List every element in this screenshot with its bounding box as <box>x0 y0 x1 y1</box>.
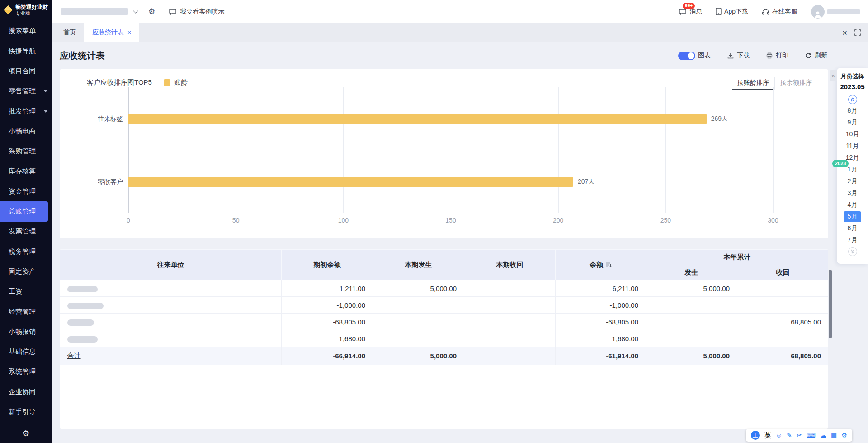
month-item[interactable]: 7月 <box>837 234 868 246</box>
legend-item-aging[interactable]: 账龄 <box>164 78 188 87</box>
tab[interactable]: 应收统计表× <box>84 23 139 42</box>
sidebar-item[interactable]: 发票管理 <box>0 222 52 242</box>
sort-by-balance-tab[interactable]: 按余额排序 <box>774 77 817 90</box>
sidebar-item[interactable]: 库存核算 <box>0 162 52 181</box>
fullscreen-icon[interactable] <box>854 29 861 36</box>
tab[interactable]: 首页 <box>55 23 84 42</box>
table-cell: 1,680.00 <box>556 330 646 347</box>
month-item[interactable]: 11月 <box>837 140 868 152</box>
month-item-selected[interactable]: 5月 <box>837 211 868 223</box>
table-cell: -1,000.00 <box>282 297 373 314</box>
download-button[interactable]: 下载 <box>727 52 750 60</box>
table-cell <box>737 297 829 314</box>
month-item-label: 9月 <box>848 119 858 127</box>
brand-subtitle: 专业版 <box>15 10 48 17</box>
legend-series-label: 账龄 <box>174 78 188 87</box>
close-icon[interactable]: × <box>842 29 847 37</box>
category-label: 零散客户 <box>60 178 123 186</box>
party-cell <box>60 297 282 314</box>
cloud-icon[interactable]: ☁ <box>820 432 826 438</box>
sidebar-item[interactable]: 税务管理 <box>0 242 52 262</box>
scroll-up-button[interactable] <box>837 94 868 105</box>
sidebar-item[interactable]: 小畅电商 <box>0 121 52 141</box>
bar-value-label: 207天 <box>578 178 594 186</box>
chart-toggle[interactable] <box>678 52 695 60</box>
online-support-button[interactable]: 在线客服 <box>762 8 797 16</box>
table-row[interactable]: -1,000.00-1,000.00 <box>60 297 829 314</box>
sidebar-item[interactable]: 新手引导 <box>0 402 52 422</box>
page-toolbar: 图表 下载 打印 刷新 <box>678 52 827 60</box>
sidebar-item[interactable]: 项目合同 <box>0 61 52 81</box>
sidebar-item[interactable]: 批发管理 <box>0 101 52 121</box>
total-label-link[interactable]: 合计 <box>67 352 81 359</box>
sidebar-item[interactable]: 固定资产 <box>0 262 52 281</box>
sidebar-item[interactable]: 企业协同 <box>0 382 52 402</box>
sidebar-item-label: 新手引导 <box>9 408 36 416</box>
month-item[interactable]: 8月 <box>837 105 868 117</box>
scissors-icon[interactable]: ✂ <box>797 432 802 438</box>
pen-icon[interactable]: ✎ <box>787 432 792 438</box>
sort-icon[interactable] <box>606 262 612 268</box>
brand-diamond-icon <box>3 5 13 15</box>
collapse-panel-handle[interactable]: » <box>830 70 837 81</box>
messages-button[interactable]: 99+ 消息 <box>679 8 702 16</box>
sidebar-item[interactable]: 采购管理 <box>0 142 52 162</box>
keyboard-icon[interactable]: ⌨ <box>807 432 816 438</box>
sidebar-item[interactable]: 经营管理 <box>0 302 52 322</box>
sidebar-item[interactable]: 系统管理 <box>0 362 52 382</box>
chart-bar <box>128 177 573 187</box>
month-item[interactable]: 4月 <box>837 199 868 211</box>
sidebar-item[interactable]: 快捷导航 <box>0 41 52 61</box>
person-icon <box>813 10 822 19</box>
table-cell <box>646 297 737 314</box>
table-cell: -68,805.00 <box>556 314 646 330</box>
x-tick-label: 0 <box>127 217 130 224</box>
tab-label: 首页 <box>63 29 76 37</box>
gear-icon[interactable]: ⚙ <box>841 432 847 438</box>
month-panel-title: 月份选择 <box>837 72 868 81</box>
ime-language-mode[interactable]: 英 <box>764 431 771 440</box>
sidebar-item[interactable]: 工资 <box>0 282 52 302</box>
sidebar-item[interactable]: 基础信息 <box>0 342 52 362</box>
headset-icon <box>762 8 769 15</box>
table-row[interactable]: 1,211.005,000.006,211.005,000.00 <box>60 280 829 297</box>
org-selector-redacted[interactable] <box>61 8 128 15</box>
smiley-icon[interactable]: ☺ <box>776 432 782 438</box>
sidebar-item[interactable]: 总账管理 <box>0 201 48 221</box>
sidebar-item[interactable]: 资金管理 <box>0 181 52 201</box>
chevron-down-icon[interactable] <box>133 8 138 13</box>
tab-close-icon[interactable]: × <box>127 29 131 36</box>
table-row[interactable]: 1,680.001,680.00 <box>60 330 829 347</box>
month-item[interactable]: 2月 <box>837 176 868 187</box>
month-item[interactable]: 6月 <box>837 223 868 234</box>
sidebar-item[interactable]: 搜索菜单 <box>0 21 52 41</box>
sidebar-settings-gear-icon[interactable]: ⚙ <box>0 429 52 438</box>
tab-list: 首页应收统计表× <box>55 23 139 42</box>
printer-icon <box>766 52 773 59</box>
month-item[interactable]: 10月 <box>837 129 868 140</box>
ime-logo-icon[interactable]: 王 <box>751 431 760 440</box>
table-row[interactable]: -68,805.00-68,805.0068,805.00 <box>60 314 829 330</box>
print-button[interactable]: 打印 <box>766 52 788 60</box>
scroll-down-button[interactable] <box>837 246 868 257</box>
double-chevron-up-icon <box>850 97 855 102</box>
demo-link[interactable]: 我要看实例演示 <box>169 8 224 16</box>
user-account[interactable] <box>811 5 860 19</box>
gear-icon[interactable]: ⚙ <box>148 7 155 16</box>
month-item[interactable]: 9月 <box>837 117 868 129</box>
app-download-button[interactable]: App下载 <box>716 8 748 16</box>
phone-icon <box>716 8 722 15</box>
refresh-button[interactable]: 刷新 <box>805 52 827 60</box>
gridline <box>128 87 129 213</box>
page-header: 应收统计表 图表 下载 打印 <box>52 42 868 69</box>
avatar[interactable] <box>811 5 825 19</box>
sidebar-item[interactable]: 小畅报销 <box>0 322 52 342</box>
sidebar-item[interactable]: 零售管理 <box>0 81 52 101</box>
tab-label: 应收统计表 <box>92 29 124 37</box>
brand-logo: 畅捷通好业财 专业版 <box>0 0 52 19</box>
panel-icon[interactable]: ▤ <box>831 432 837 438</box>
month-item[interactable]: 3月 <box>837 187 868 199</box>
table-cell: -68,805.00 <box>282 314 373 330</box>
current-period: 2023.05 <box>837 83 868 91</box>
vertical-scrollbar[interactable] <box>829 270 832 338</box>
